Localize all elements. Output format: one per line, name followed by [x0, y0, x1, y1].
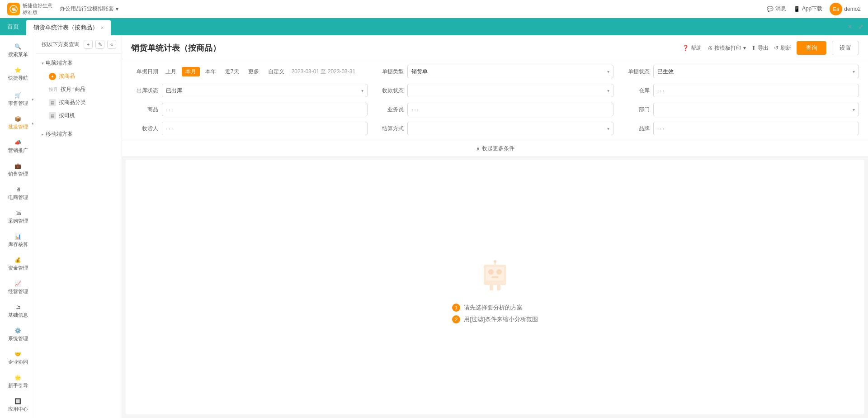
sidebar-item-system[interactable]: ⚙️ 系统管理: [0, 323, 36, 347]
sidebar-item-inventory[interactable]: 📊 库存核算: [0, 229, 36, 252]
sidebar-item-wholesale[interactable]: 📦 批发管理 ▴: [0, 111, 36, 135]
tab-home-label: 首页: [7, 23, 19, 31]
ecommerce-label: 电商管理: [8, 194, 28, 201]
star-icon: ⭐: [14, 67, 21, 73]
edit-scheme-button[interactable]: ✎: [95, 40, 104, 49]
tab-this-year[interactable]: 本年: [202, 67, 220, 76]
hint-text-2: 用[过滤]条件来缩小分析范围: [464, 315, 538, 323]
sidebar-item-finance[interactable]: 💰 资金管理: [0, 252, 36, 276]
page-title-row: 销货单统计表（按商品） ❓ 帮助 🖨 按模板打印 ▾ ⬆: [131, 41, 859, 55]
receiver-dots: ···: [166, 125, 174, 132]
sidebar-search-menu[interactable]: 🔍 搜索菜单: [0, 39, 36, 62]
scheme-group-mobile: ▸ 移动端方案: [36, 125, 122, 143]
date-range-text: 2023-03-01 至 2023-03-31: [292, 68, 355, 76]
collapse-label: 收起更多条件: [482, 145, 514, 152]
tab-home[interactable]: 首页: [0, 18, 26, 35]
chevron-down-icon: ▾: [116, 6, 118, 12]
tab-close-icon[interactable]: ×: [101, 25, 104, 30]
doc-status-select[interactable]: 已生效 ▾: [653, 65, 859, 78]
product-input[interactable]: ···: [162, 103, 368, 116]
scheme-item-by-product[interactable]: ● 按商品: [36, 70, 122, 83]
finance-icon: 💰: [14, 257, 21, 263]
collapse-up-icon: ∧: [476, 146, 480, 152]
settings-button[interactable]: 设置: [832, 41, 859, 55]
sidebar-item-enterprise[interactable]: 🤝 企业协同: [0, 347, 36, 370]
hint-num-2: 2: [452, 315, 460, 323]
filter-row-1: 单据日期 上月 本月 本年 近7天 更多 自定义 2023-03-01 至 20…: [131, 65, 859, 78]
scheme-group-pc-header[interactable]: ▾ 电脑端方案: [36, 57, 122, 70]
print-button[interactable]: 🖨 按模板打印 ▾: [707, 44, 746, 52]
hint-num-1: 1: [452, 304, 460, 312]
tab-last7days[interactable]: 近7天: [222, 67, 243, 76]
sidebar-item-marketing[interactable]: 📣 营销推广: [0, 135, 36, 158]
tab-sales-report-label: 销货单统计表（按商品）: [33, 24, 98, 32]
receiver-label: 收货人: [131, 125, 158, 133]
warehouse-input[interactable]: ···: [653, 84, 859, 97]
scheme-group-mobile-header[interactable]: ▸ 移动端方案: [36, 128, 122, 141]
app-download-button[interactable]: 📱 App下载: [793, 5, 822, 13]
add-scheme-button[interactable]: +: [84, 40, 93, 49]
doc-status-label: 单据状态: [623, 68, 650, 76]
query-button[interactable]: 查询: [797, 41, 826, 55]
marketing-label: 营销推广: [8, 147, 28, 154]
refresh-button[interactable]: ↺ 刷新: [774, 44, 791, 52]
close-window-button[interactable]: ×: [846, 23, 854, 30]
sidebar-search-label: 搜索菜单: [8, 51, 28, 58]
sidebar-quick-nav[interactable]: ⭐ 快捷导航: [0, 62, 36, 86]
empty-state: 1 请先选择要分析的方案 2 用[过滤]条件来缩小分析范围: [126, 160, 864, 414]
sidebar-item-retail[interactable]: 🛒 零售管理 ▾: [0, 88, 36, 111]
by-product-label: 按商品: [59, 72, 75, 80]
export-button[interactable]: ⬆ 导出: [751, 44, 769, 52]
by-month-label: 按月+商品: [61, 86, 85, 93]
user-area[interactable]: Ea demo2: [830, 3, 861, 15]
message-button[interactable]: 💬 消息: [767, 5, 786, 13]
sidebar-item-operations[interactable]: 📈 经营管理: [0, 276, 36, 299]
print-arrow: ▾: [743, 45, 746, 51]
page-actions: ❓ 帮助 🖨 按模板打印 ▾ ⬆ 导出 ↺: [682, 41, 859, 55]
sidebar-item-newcomer[interactable]: 🌟 新手引导: [0, 370, 36, 394]
salesperson-input[interactable]: ···: [407, 103, 613, 116]
expand-window-button[interactable]: ⤢: [857, 23, 864, 30]
app-selector[interactable]: 办公用品行业模拟账套 ▾: [56, 5, 122, 13]
basics-label: 基础信息: [8, 312, 28, 318]
empty-hint-2: 2 用[过滤]条件来缩小分析范围: [452, 315, 538, 323]
message-label: 消息: [775, 5, 786, 13]
payment-select[interactable]: ▾: [407, 122, 613, 135]
doc-status-value: 已生效: [657, 68, 674, 76]
sidebar-item-apps[interactable]: 🔲 应用中心: [0, 394, 36, 417]
filter-row-4: 收货人 ··· 结算方式 ▾: [131, 122, 859, 135]
scheme-item-by-month-product[interactable]: 按月 按月+商品: [36, 83, 122, 96]
filter-field-product: 商品 ···: [131, 103, 368, 116]
collect-status-select[interactable]: ▾: [407, 84, 613, 97]
scheme-item-by-category[interactable]: ▤ 按商品分类: [36, 96, 122, 109]
filter-panel-icons: + ✎ «: [84, 40, 116, 49]
collapse-button[interactable]: ∧ 收起更多条件: [476, 145, 514, 152]
doc-type-value: 销货单: [411, 68, 428, 76]
sidebar-item-ecommerce[interactable]: 🖥 电商管理: [0, 182, 36, 205]
sidebar-item-basics[interactable]: 🗂 基础信息: [0, 299, 36, 323]
tab-last-month[interactable]: 上月: [162, 67, 180, 76]
tab-more[interactable]: 更多: [245, 67, 263, 76]
out-status-select[interactable]: 已出库 ▾: [162, 84, 368, 97]
collapse-panel-button[interactable]: «: [107, 40, 116, 49]
sidebar-item-sales[interactable]: 💼 销售管理: [0, 158, 36, 182]
empty-hints: 1 请先选择要分析的方案 2 用[过滤]条件来缩小分析范围: [452, 304, 538, 323]
department-select[interactable]: ▾: [653, 103, 859, 116]
collect-status-arrow: ▾: [607, 88, 609, 93]
brand-input[interactable]: ···: [653, 122, 859, 135]
tab-this-month[interactable]: 本月: [182, 67, 200, 76]
sidebar-item-purchase[interactable]: 🛍 采购管理: [0, 205, 36, 229]
receiver-input[interactable]: ···: [162, 122, 368, 135]
svg-rect-3: [486, 267, 504, 280]
sidebar-quicknav-label: 快捷导航: [8, 75, 28, 81]
scheme-item-by-company[interactable]: ▤ 按司机: [36, 109, 122, 122]
warehouse-label: 仓库: [623, 87, 650, 95]
svg-rect-6: [491, 276, 499, 278]
tab-custom[interactable]: 自定义: [264, 67, 288, 76]
help-label: 帮助: [691, 44, 702, 52]
tab-sales-report[interactable]: 销货单统计表（按商品） ×: [26, 20, 111, 35]
doc-type-select[interactable]: 销货单 ▾: [407, 65, 613, 78]
expand-arrow-mobile: ▸: [42, 132, 44, 137]
help-button[interactable]: ❓ 帮助: [682, 44, 702, 52]
doc-type-label: 单据类型: [377, 68, 404, 76]
